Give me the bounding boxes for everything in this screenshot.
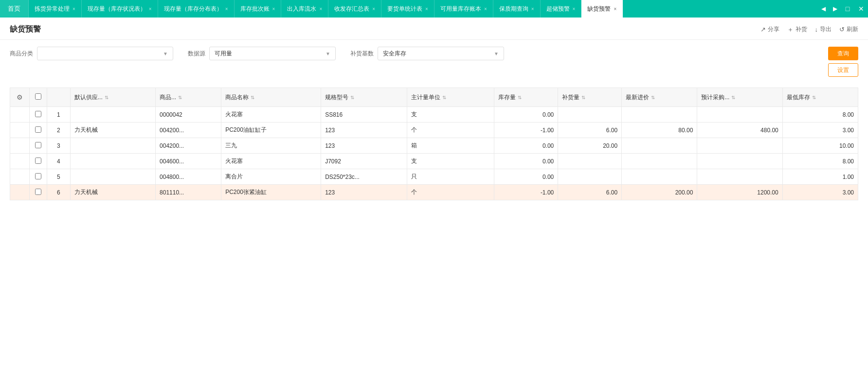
td-min-stock-1: 3.00: [782, 123, 858, 138]
share-button[interactable]: ↗ 分享: [760, 25, 779, 34]
td-stock-5: -1.00: [494, 185, 558, 200]
th-min-stock-sort[interactable]: 最低库存 ⇅: [787, 93, 854, 102]
table-header-row: ⚙ 默认供应... ⇅ 商品...: [10, 88, 858, 107]
category-select[interactable]: ▼: [37, 47, 173, 60]
nav-restore-btn[interactable]: □: [841, 0, 854, 18]
header-checkbox[interactable]: [35, 93, 41, 100]
td-unit-5: 个: [407, 185, 494, 200]
tab-available-ledger[interactable]: 可用量库存账本 ×: [434, 0, 493, 18]
tab-expiry[interactable]: 保质期查询 ×: [493, 0, 541, 18]
tab-inout-flow-close[interactable]: ×: [319, 6, 322, 12]
category-arrow-icon: ▼: [163, 51, 168, 56]
td-unit-0: 支: [407, 107, 494, 123]
tab-inventory-dist[interactable]: 现存量（库存分布表） ×: [158, 0, 235, 18]
filter-groups: 商品分类 ▼ 数据源 可用量 ▼ 补货基数 安全库存 ▼: [10, 47, 828, 60]
th-latest-price-sort[interactable]: 最新进价 ⇅: [626, 93, 693, 102]
td-min-stock-5: 3.00: [782, 185, 858, 200]
td-goods-name-3: 火花塞: [221, 154, 321, 169]
td-goods-code-4: 004800...: [156, 169, 221, 185]
th-goods-name: 商品名称 ⇅: [221, 88, 321, 107]
tab-overstock-close[interactable]: ×: [573, 6, 576, 12]
row-checkbox-0[interactable]: [35, 111, 41, 117]
td-est-purchase-1: 480.00: [697, 123, 782, 138]
td-supplier-0: [70, 107, 155, 123]
filter-group-replenish-base: 补货基数 安全库存 ▼: [350, 47, 504, 60]
td-replenish-qty-2: 20.00: [558, 138, 622, 154]
tab-shortage[interactable]: 缺货预警 ×: [581, 0, 623, 18]
th-goods-name-sort[interactable]: 商品名称 ⇅: [225, 93, 317, 102]
tab-batch-label: 库存批次账: [240, 5, 270, 13]
td-check-3: [30, 154, 47, 169]
td-check-0: [30, 107, 47, 123]
th-unit-sort[interactable]: 主计量单位 ⇅: [411, 93, 490, 102]
row-checkbox-4[interactable]: [35, 173, 41, 179]
th-seq: [47, 88, 71, 107]
th-replenish-qty-sort-icon: ⇅: [581, 95, 585, 100]
td-min-stock-0: 8.00: [782, 107, 858, 123]
th-stock-sort[interactable]: 库存量 ⇅: [498, 93, 554, 102]
datasource-select[interactable]: 可用量 ▼: [209, 47, 336, 60]
tab-exception-close[interactable]: ×: [72, 6, 75, 12]
nav-tabs: 首页 拣货异常处理 × 现存量（库存状况表） × 现存量（库存分布表） × 库存…: [0, 0, 868, 18]
tab-shortage-label: 缺货预警: [587, 5, 611, 13]
query-button[interactable]: 查询: [828, 47, 858, 60]
row-checkbox-2[interactable]: [35, 142, 41, 148]
tab-inventory-status-close[interactable]: ×: [149, 6, 152, 12]
td-seq-1: 2: [47, 123, 71, 138]
th-min-stock: 最低库存 ⇅: [782, 88, 858, 107]
th-latest-price-sort-icon: ⇅: [651, 95, 655, 100]
tab-home[interactable]: 首页: [0, 0, 29, 18]
tab-receive-summary[interactable]: 收发存汇总表 ×: [328, 0, 381, 18]
tab-available-ledger-close[interactable]: ×: [484, 6, 487, 12]
tab-expiry-close[interactable]: ×: [531, 6, 534, 12]
tab-inventory-dist-close[interactable]: ×: [225, 6, 228, 12]
td-spec-5: 123: [321, 185, 407, 200]
replenish-button[interactable]: ＋ 补货: [787, 25, 807, 34]
tab-inventory-status[interactable]: 现存量（库存状况表） ×: [82, 0, 158, 18]
th-supplier-sort-icon: ⇅: [105, 95, 108, 100]
th-est-purchase-sort[interactable]: 预计采购... ⇅: [701, 93, 778, 102]
tab-batch-close[interactable]: ×: [272, 6, 275, 12]
td-min-stock-4: 1.00: [782, 169, 858, 185]
nav-close-btn[interactable]: ✕: [854, 0, 868, 18]
row-checkbox-3[interactable]: [35, 158, 41, 164]
tab-order-stats[interactable]: 要货单统计表 ×: [381, 0, 434, 18]
replenish-base-select[interactable]: 安全库存 ▼: [378, 47, 504, 60]
nav-arrow-right[interactable]: ▶: [829, 0, 841, 18]
refresh-button[interactable]: ↺ 刷新: [839, 25, 858, 34]
row-checkbox-5[interactable]: [35, 189, 41, 195]
th-replenish-qty: 补货量 ⇅: [558, 88, 622, 107]
settings-button[interactable]: 设置: [828, 63, 858, 77]
td-est-purchase-5: 1200.00: [697, 185, 782, 200]
export-button[interactable]: ↓ 导出: [815, 25, 832, 34]
td-stock-3: 0.00: [494, 154, 558, 169]
export-label: 导出: [820, 25, 832, 34]
tab-order-stats-close[interactable]: ×: [425, 6, 428, 12]
th-spec: 规格型号 ⇅: [321, 88, 407, 107]
th-spec-sort[interactable]: 规格型号 ⇅: [325, 93, 403, 102]
tab-inout-flow[interactable]: 出入库流水 ×: [281, 0, 328, 18]
filter-group-datasource: 数据源 可用量 ▼: [188, 47, 336, 60]
th-goods-code-sort[interactable]: 商品... ⇅: [160, 93, 217, 102]
th-spec-sort-icon: ⇅: [350, 95, 354, 100]
tab-inout-flow-label: 出入库流水: [287, 5, 316, 13]
td-goods-code-1: 004200...: [156, 123, 221, 138]
td-goods-name-1: PC200油缸缸子: [221, 123, 321, 138]
th-supplier-sort[interactable]: 默认供应... ⇅: [74, 93, 151, 102]
tab-receive-summary-label: 收发存汇总表: [334, 5, 369, 13]
nav-arrow-left[interactable]: ◀: [817, 0, 829, 18]
th-unit-sort-icon: ⇅: [442, 95, 446, 100]
th-min-stock-label: 最低库存: [787, 93, 810, 102]
tab-exception[interactable]: 拣货异常处理 ×: [29, 0, 82, 18]
tab-shortage-close[interactable]: ×: [614, 6, 616, 12]
row-checkbox-1[interactable]: [35, 126, 41, 133]
tab-receive-summary-close[interactable]: ×: [372, 6, 375, 12]
td-stock-0: 0.00: [494, 107, 558, 123]
th-replenish-qty-sort[interactable]: 补货量 ⇅: [562, 93, 617, 102]
td-spec-0: SS816: [321, 107, 407, 123]
category-label: 商品分类: [10, 50, 33, 58]
tab-overstock[interactable]: 超储预警 ×: [541, 0, 582, 18]
tab-batch[interactable]: 库存批次账 ×: [235, 0, 282, 18]
table-settings-icon[interactable]: ⚙: [14, 92, 25, 103]
nav-arrows: ◀ ▶ □ ✕: [817, 0, 868, 18]
